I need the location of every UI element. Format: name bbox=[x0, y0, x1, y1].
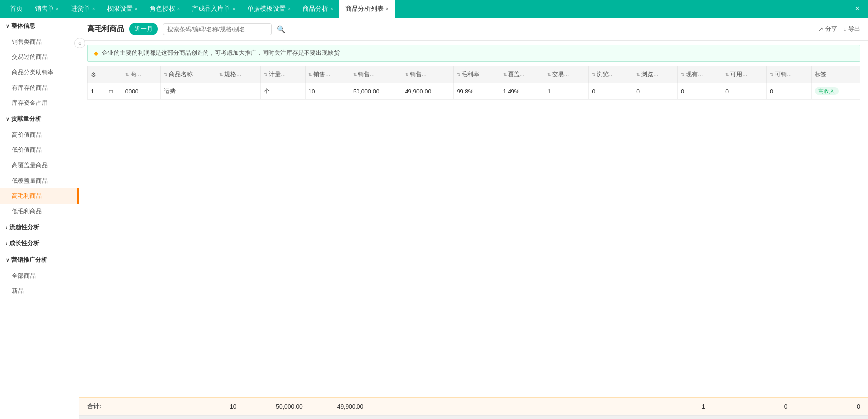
topnav-item-销售单[interactable]: 销售单 × bbox=[29, 0, 65, 18]
sidebar-group-arrow: ∨ bbox=[6, 23, 9, 29]
col-header-gross_margin[interactable]: ⇅毛利率 bbox=[454, 66, 500, 83]
col-header-name[interactable]: ⇅商品名称 bbox=[161, 66, 216, 83]
sidebar-group-label: 流趋性分析 bbox=[9, 223, 39, 232]
sidebar-item-低毛利商品[interactable]: 低毛利商品 bbox=[0, 204, 79, 219]
sidebar-item-高毛利商品[interactable]: 高毛利商品 bbox=[0, 188, 79, 204]
sidebar-item-高覆盖量商品[interactable]: 高覆盖量商品 bbox=[0, 158, 79, 173]
horizontal-scrollbar[interactable] bbox=[79, 415, 868, 419]
col-header-available[interactable]: ⇅可用... bbox=[722, 66, 767, 83]
cell-index: 1 bbox=[88, 83, 106, 100]
topnav-close-icon[interactable]: × bbox=[135, 6, 138, 12]
col-header-sellable[interactable]: ⇅可销... bbox=[767, 66, 812, 83]
topnav-item-单据模板设置[interactable]: 单据模板设置 × bbox=[241, 0, 297, 18]
sidebar: ∨整体信息销售类商品交易过的商品商品分类助销率有库存的商品库存资金占用∨贡献量分… bbox=[0, 18, 79, 419]
info-banner: ◆ 企业的主要的利润都是这部分商品创造的，可考虑加大推广，同时关注库存是不要出现… bbox=[87, 45, 860, 62]
browse-link[interactable]: 0 bbox=[592, 88, 595, 95]
cell-sales_profit: 49,900.00 bbox=[402, 83, 454, 100]
topnav-item-进货单[interactable]: 进货单 × bbox=[65, 0, 101, 18]
sort-icon: ⇅ bbox=[681, 72, 685, 77]
window-close-button[interactable]: × bbox=[850, 2, 864, 16]
sidebar-group-贡献量分析[interactable]: ∨贡献量分析 bbox=[0, 111, 79, 127]
search-input[interactable] bbox=[163, 23, 272, 35]
topnav-close-icon[interactable]: × bbox=[92, 6, 95, 12]
topnav-close-icon[interactable]: × bbox=[232, 6, 235, 12]
sort-icon: ⇅ bbox=[219, 72, 223, 77]
cell-available: 0 bbox=[722, 83, 767, 100]
cell-sales_amount: 50,000.00 bbox=[350, 83, 402, 100]
sidebar-group-营销推广分析[interactable]: ∨营销推广分析 bbox=[0, 252, 79, 268]
sidebar-item-低覆盖量商品[interactable]: 低覆盖量商品 bbox=[0, 173, 79, 188]
sort-icon: ⇅ bbox=[353, 72, 357, 77]
col-header-browse2[interactable]: ⇅浏览... bbox=[633, 66, 678, 83]
sort-icon: ⇅ bbox=[457, 72, 460, 77]
sidebar-group-label: 贡献量分析 bbox=[11, 115, 41, 123]
export-button[interactable]: ↓ 导出 bbox=[843, 25, 860, 33]
table-footer: 合计: 10 50,000.00 49,900.00 1 0 0 bbox=[79, 397, 868, 415]
sidebar-group-arrow: › bbox=[6, 225, 7, 230]
sort-icon: ⇅ bbox=[770, 72, 774, 77]
cell-checkbox[interactable]: □ bbox=[106, 83, 122, 100]
table-wrapper[interactable]: ⚙⇅商...⇅商品名称⇅规格...⇅计量...⇅销售...⇅销售...⇅销售..… bbox=[79, 66, 868, 397]
topnav-close-icon[interactable]: × bbox=[386, 6, 389, 12]
cell-browse2: 0 bbox=[633, 83, 678, 100]
tag-label: 高收入 bbox=[815, 87, 839, 95]
cell-code: 0000... bbox=[122, 83, 160, 100]
col-header-trade[interactable]: ⇅交易... bbox=[544, 66, 589, 83]
topnav-item-产成品入库单[interactable]: 产成品入库单 × bbox=[186, 0, 241, 18]
sidebar-group-整体信息[interactable]: ∨整体信息 bbox=[0, 18, 79, 34]
header-actions: ↗ 分享 ↓ 导出 bbox=[818, 25, 860, 33]
cell-sales_count: 10 bbox=[306, 83, 350, 100]
sidebar-item-有库存的商品[interactable]: 有库存的商品 bbox=[0, 80, 79, 95]
cell-current: 0 bbox=[678, 83, 722, 100]
sort-icon: ⇅ bbox=[725, 72, 729, 77]
sidebar-group-label: 整体信息 bbox=[11, 22, 35, 30]
col-header-coverage[interactable]: ⇅覆盖... bbox=[500, 66, 544, 83]
footer-sales-count: 10 bbox=[230, 403, 236, 410]
topnav-item-商品分析[interactable]: 商品分析 × bbox=[297, 0, 339, 18]
col-header-spec[interactable]: ⇅规格... bbox=[216, 66, 261, 83]
col-header-sales_amount[interactable]: ⇅销售... bbox=[350, 66, 402, 83]
col-header-sales_profit[interactable]: ⇅销售... bbox=[402, 66, 454, 83]
sidebar-item-高价值商品[interactable]: 高价值商品 bbox=[0, 127, 79, 142]
col-header-browse1[interactable]: ⇅浏览... bbox=[589, 66, 633, 83]
share-button[interactable]: ↗ 分享 bbox=[818, 25, 837, 33]
footer-sales-amount: 50,000.00 bbox=[276, 403, 302, 410]
col-header-code[interactable]: ⇅商... bbox=[122, 66, 160, 83]
topnav-item-首页[interactable]: 首页 bbox=[4, 0, 29, 18]
col-header-unit[interactable]: ⇅计量... bbox=[261, 66, 306, 83]
col-header-sales_count[interactable]: ⇅销售... bbox=[306, 66, 350, 83]
main-layout: ∨整体信息销售类商品交易过的商品商品分类助销率有库存的商品库存资金占用∨贡献量分… bbox=[0, 18, 868, 419]
sidebar-item-全部商品[interactable]: 全部商品 bbox=[0, 268, 79, 283]
topnav-item-角色授权[interactable]: 角色授权 × bbox=[144, 0, 186, 18]
sidebar-group-流趋性分析[interactable]: ›流趋性分析 bbox=[0, 219, 79, 235]
share-icon: ↗ bbox=[818, 26, 823, 33]
cell-spec bbox=[216, 83, 261, 100]
sidebar-item-新品[interactable]: 新品 bbox=[0, 283, 79, 299]
footer-current: 0 bbox=[784, 403, 788, 410]
col-header-current[interactable]: ⇅现有... bbox=[678, 66, 722, 83]
sort-icon: ⇅ bbox=[405, 72, 409, 77]
sidebar-item-销售类商品[interactable]: 销售类商品 bbox=[0, 34, 79, 49]
search-button[interactable]: 🔍 bbox=[277, 25, 285, 33]
info-text: 企业的主要的利润都是这部分商品创造的，可考虑加大推广，同时关注库存是不要出现缺货 bbox=[102, 49, 340, 57]
topnav-close-icon[interactable]: × bbox=[56, 6, 59, 12]
cell-gross_margin: 99.8% bbox=[454, 83, 500, 100]
sidebar-item-库存资金占用[interactable]: 库存资金占用 bbox=[0, 95, 79, 111]
cell-browse1[interactable]: 0 bbox=[589, 83, 633, 100]
topnav-close-icon[interactable]: × bbox=[330, 6, 333, 12]
sidebar-group-成长性分析[interactable]: ›成长性分析 bbox=[0, 235, 79, 252]
filter-recent-month[interactable]: 近一月 bbox=[129, 23, 158, 35]
topnav-close-icon[interactable]: × bbox=[288, 6, 291, 12]
topnav-item-商品分析列表[interactable]: 商品分析列表 × bbox=[339, 0, 395, 18]
sidebar-collapse-button[interactable]: « bbox=[74, 38, 85, 48]
sidebar-wrapper: ∨整体信息销售类商品交易过的商品商品分类助销率有库存的商品库存资金占用∨贡献量分… bbox=[0, 18, 79, 419]
sort-icon: ⇅ bbox=[503, 72, 507, 77]
data-table: ⚙⇅商...⇅商品名称⇅规格...⇅计量...⇅销售...⇅销售...⇅销售..… bbox=[87, 66, 860, 100]
sidebar-item-商品分类助销率[interactable]: 商品分类助销率 bbox=[0, 65, 79, 80]
sidebar-group-arrow: › bbox=[6, 241, 7, 246]
sidebar-item-低价值商品[interactable]: 低价值商品 bbox=[0, 142, 79, 158]
sidebar-item-交易过的商品[interactable]: 交易过的商品 bbox=[0, 49, 79, 65]
sidebar-group-arrow: ∨ bbox=[6, 116, 9, 122]
topnav-item-权限设置[interactable]: 权限设置 × bbox=[101, 0, 144, 18]
topnav-close-icon[interactable]: × bbox=[177, 6, 180, 12]
